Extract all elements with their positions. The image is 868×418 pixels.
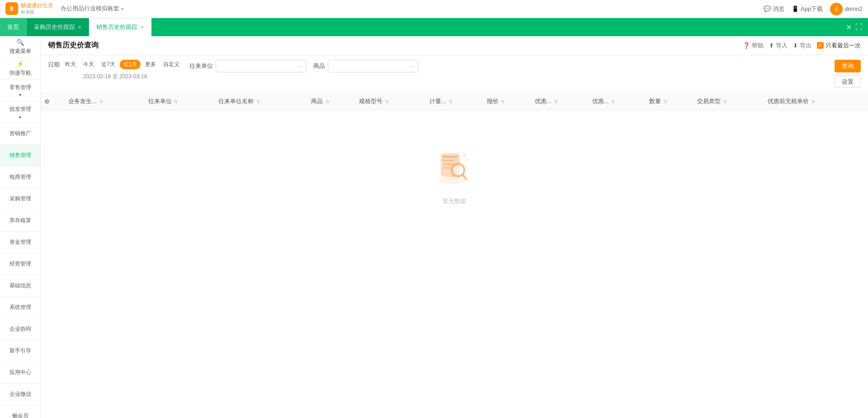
empty-state: 暂无数据: [41, 110, 868, 242]
export-icon: ⬇: [793, 42, 798, 49]
user-name: demo2: [844, 5, 863, 12]
product-filter-input[interactable]: ···: [328, 60, 418, 72]
col-unit-label: 计量...: [429, 98, 446, 104]
page-title: 销售历史价查询: [48, 41, 99, 50]
sidebar-item-enterprise-coop[interactable]: 企业协同: [0, 318, 40, 340]
top-bar-right: 💬 消息 📱 App下载 d demo2: [764, 3, 863, 15]
only-last-label: 只看最后一次: [826, 42, 861, 50]
col-biz-date[interactable]: 业务发生... ⇅: [65, 93, 144, 110]
col-product[interactable]: 商品 ⇅: [307, 93, 355, 110]
help-icon: ❓: [743, 42, 750, 49]
sidebar-item-sales[interactable]: 销售管理: [0, 145, 40, 166]
sidebar: 🔍 搜索菜单 ⚡ 快捷导航 零售管理 ▾ 批发管理 ▴ 营销推广 销售管理 电商…: [0, 36, 41, 418]
logo-icon: 6: [5, 2, 18, 15]
col-discount2-label: 优惠...: [592, 98, 609, 104]
partner-input-dots: ···: [297, 63, 302, 70]
expand-icon[interactable]: ⛶: [855, 23, 863, 31]
tab-bar: 首页 采购历史价跟踪 × 销售历史价跟踪 × ✕ ⛶: [0, 18, 868, 36]
date-btn-yesterday[interactable]: 昨天: [62, 60, 79, 69]
purchase-tab-close-icon[interactable]: ×: [78, 24, 81, 31]
sort-icon-discount1: ⇅: [554, 99, 557, 104]
col-partner-code[interactable]: 往来单位 ⇅: [145, 93, 215, 110]
sort-icon-quote: ⇅: [501, 99, 505, 104]
date-btn-custom[interactable]: 自定义: [160, 60, 182, 69]
tab-home[interactable]: 首页: [0, 18, 27, 36]
import-icon: ⬆: [769, 42, 774, 49]
sidebar-item-new-guide[interactable]: 新手引导: [0, 340, 40, 362]
sidebar-item-wholesale[interactable]: 批发管理 ▴: [0, 101, 40, 123]
sidebar-item-search-menu[interactable]: 🔍 搜索菜单: [0, 36, 40, 58]
sidebar-item-retail[interactable]: 零售管理 ▾: [0, 80, 40, 101]
search-icon: 🔍: [16, 38, 24, 46]
sort-icon-partner-code: ⇅: [174, 99, 178, 104]
sidebar-item-enterprise-wechat[interactable]: 企业微信: [0, 384, 40, 405]
col-quote[interactable]: 报价 ⇅: [483, 93, 531, 110]
lightning-icon: ⚡: [16, 60, 24, 67]
date-btn-7days[interactable]: 近7天: [99, 60, 118, 69]
sidebar-item-member[interactable]: 畅会员: [0, 405, 40, 418]
logo-text-area: 畅捷通好生意 标准版: [21, 2, 53, 15]
col-discount1[interactable]: 优惠... ⇅: [531, 93, 589, 110]
col-spec-label: 规格型号: [359, 98, 382, 104]
avatar: d: [830, 3, 843, 15]
data-table: ⚙ 业务发生... ⇅ 往来单位 ⇅ 往来单位名称 ⇅: [41, 93, 868, 110]
col-partner-name-label: 往来单位名称: [218, 98, 254, 104]
tab-sales-history[interactable]: 销售历史价跟踪 ×: [89, 18, 151, 36]
col-spec[interactable]: 规格型号 ⇅: [355, 93, 426, 110]
help-button[interactable]: ❓ 帮助: [743, 42, 764, 50]
date-btn-1month[interactable]: 近1月: [120, 60, 141, 69]
date-filter-group: 日期 昨天 今天 近7天 近1月 更多 自定义 2023-02-18 至 202…: [48, 60, 182, 81]
only-last-check-group: ✓ 只看最后一次: [817, 42, 861, 50]
svg-point-10: [466, 158, 468, 160]
sidebar-label-app-center: 应用中心: [9, 369, 31, 376]
sidebar-item-ops[interactable]: 经营管理: [0, 253, 40, 275]
message-button[interactable]: 💬 消息: [764, 5, 784, 13]
user-profile[interactable]: d demo2: [830, 3, 863, 15]
col-partner-code-label: 往来单位: [148, 98, 172, 104]
sales-tab-close-icon[interactable]: ×: [140, 24, 144, 31]
settings-button[interactable]: 设置: [835, 75, 861, 88]
query-button[interactable]: 查询: [835, 60, 861, 72]
import-button[interactable]: ⬆ 导入: [769, 42, 788, 50]
message-icon: 💬: [764, 5, 771, 12]
top-bar: 6 畅捷通好生意 标准版 办公用品行业模拟账套 ▾ 💬 消息 📱 App下载 d…: [0, 0, 868, 18]
col-product-label: 商品: [311, 98, 323, 104]
help-label: 帮助: [752, 42, 764, 50]
sidebar-item-purchase[interactable]: 采购管理: [0, 188, 40, 210]
chevron-up-icon: ▴: [19, 114, 21, 119]
sidebar-item-app-center[interactable]: 应用中心: [0, 362, 40, 384]
sidebar-item-marketing[interactable]: 营销推广: [0, 123, 40, 145]
sidebar-item-base-info[interactable]: 基础信息: [0, 275, 40, 297]
sidebar-item-inventory[interactable]: 库存核算: [0, 210, 40, 232]
product-input-dots: ···: [410, 63, 415, 70]
sidebar-label-purchase: 采购管理: [9, 195, 31, 203]
sidebar-item-quick-nav[interactable]: ⚡ 快捷导航: [0, 58, 40, 80]
app-selector[interactable]: 办公用品行业模拟账套 ▾: [57, 3, 127, 14]
sidebar-item-system[interactable]: 系统管理: [0, 297, 40, 318]
sidebar-label-enterprise-coop: 企业协同: [9, 325, 31, 333]
app-download-button[interactable]: 📱 App下载: [792, 5, 823, 13]
tab-purchase-history[interactable]: 采购历史价跟踪 ×: [27, 18, 89, 36]
col-pre-tax-price[interactable]: 优惠前无税单价 ⇅: [764, 93, 868, 110]
sidebar-label-marketing: 营销推广: [9, 130, 31, 138]
filter-actions: 查询 设置: [835, 60, 861, 88]
partner-filter-input[interactable]: ···: [216, 60, 306, 72]
sidebar-item-ecommerce[interactable]: 电商管理: [0, 166, 40, 188]
col-partner-name[interactable]: 往来单位名称 ⇅: [215, 93, 307, 110]
col-qty[interactable]: 数量 ⇅: [646, 93, 693, 110]
phone-icon: 📱: [792, 5, 799, 12]
col-settings[interactable]: ⚙: [41, 93, 65, 110]
only-last-checkbox[interactable]: ✓: [817, 42, 824, 49]
purchase-tab-label: 采购历史价跟踪: [34, 23, 75, 31]
sidebar-item-finance[interactable]: 资金管理: [0, 232, 40, 253]
col-discount2[interactable]: 优惠... ⇅: [589, 93, 646, 110]
close-all-tabs-icon[interactable]: ✕: [846, 23, 852, 32]
col-trade-type[interactable]: 交易类型 ⇅: [693, 93, 764, 110]
sort-icon-discount2: ⇅: [611, 99, 615, 104]
sort-icon-pre-tax-price: ⇅: [811, 99, 815, 104]
date-btn-more[interactable]: 更多: [142, 60, 159, 69]
export-button[interactable]: ⬇ 导出: [793, 42, 811, 50]
date-btn-today[interactable]: 今天: [80, 60, 97, 69]
svg-point-0: [439, 177, 466, 184]
col-unit[interactable]: 计量... ⇅: [426, 93, 483, 110]
